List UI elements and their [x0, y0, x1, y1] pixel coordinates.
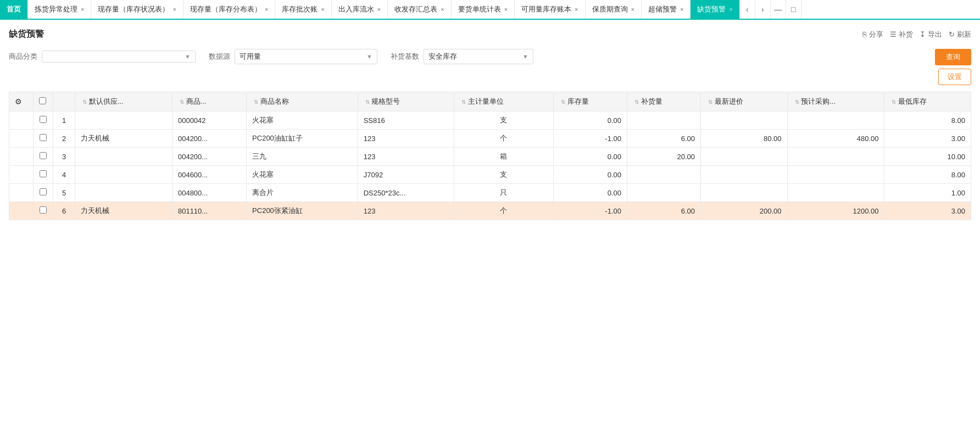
row-stock: 0.00: [553, 111, 627, 130]
restock-button[interactable]: ☰ 补货: [890, 30, 913, 40]
refresh-label: 刷新: [957, 30, 971, 40]
latest-price-sort-icon[interactable]: ⇅: [708, 99, 712, 105]
tab-maximize-btn[interactable]: □: [786, 0, 801, 19]
share-button[interactable]: ⎘ 分享: [862, 30, 883, 40]
th-product-name: ⇅ 商品名称: [247, 92, 358, 111]
category-filter-group: 商品分类 ▼: [9, 51, 196, 63]
tab-expiry-query[interactable]: 保质期查询 ×: [586, 0, 642, 19]
tab-batch-account[interactable]: 库存批次账 ×: [275, 0, 331, 19]
th-spec-label: 规格型号: [371, 97, 400, 105]
tab-exception[interactable]: 拣货异常处理 ×: [28, 0, 91, 19]
spec-sort-icon[interactable]: ⇅: [365, 99, 370, 105]
datasource-select[interactable]: 可用量 ▼: [235, 49, 377, 64]
tab-inout-flow[interactable]: 出入库流水 ×: [332, 0, 388, 19]
table-header-row: ⚙ ⇅ 默认供应... ⇅ 商品... ⇅ 商品名称: [9, 92, 971, 111]
tab-home-label: 首页: [7, 4, 21, 14]
row-spec: SS816: [358, 111, 454, 130]
tab-inventory-dist-close[interactable]: ×: [265, 6, 268, 13]
tab-receipt-summary-close[interactable]: ×: [441, 6, 444, 13]
tab-receipt-summary[interactable]: 收发存汇总表 ×: [388, 0, 451, 19]
query-button[interactable]: 查询: [935, 49, 971, 65]
tab-minimize-btn[interactable]: —: [771, 0, 786, 19]
refresh-icon: ↻: [949, 30, 955, 38]
row-checkbox[interactable]: [40, 116, 47, 123]
restock-base-label: 补货基数: [391, 52, 419, 61]
tab-order-stats-close[interactable]: ×: [504, 6, 508, 13]
restock-sort-icon[interactable]: ⇅: [634, 99, 639, 105]
row-est-purchase: [787, 166, 884, 184]
row-settings-cell: [9, 202, 34, 220]
row-checkbox[interactable]: [40, 152, 47, 159]
supplier-sort-icon[interactable]: ⇅: [82, 99, 87, 105]
row-supplier: [75, 166, 172, 184]
row-latest-price: [701, 166, 787, 184]
row-est-purchase: 1200.00: [787, 202, 884, 220]
tab-batch-account-close[interactable]: ×: [321, 6, 324, 13]
row-checkbox[interactable]: [40, 170, 47, 177]
th-min-stock: ⇅ 最低库存: [884, 92, 971, 111]
row-product-code: 004600...: [172, 166, 246, 184]
tab-expiry-query-close[interactable]: ×: [631, 6, 634, 13]
row-unit: 个: [454, 130, 554, 148]
row-restock: 20.00: [627, 148, 700, 166]
row-latest-price: [701, 184, 787, 202]
row-stock: 0.00: [553, 184, 627, 202]
tab-order-stats[interactable]: 要货单统计表 ×: [452, 0, 515, 19]
data-table: ⚙ ⇅ 默认供应... ⇅ 商品... ⇅ 商品名称: [9, 92, 971, 220]
min-stock-sort-icon[interactable]: ⇅: [892, 99, 896, 105]
datasource-label: 数据源: [209, 52, 230, 61]
row-check-cell: [34, 130, 53, 148]
filter-fields: 商品分类 ▼ 数据源 可用量 ▼ 补货基数 安全库存 ▼: [9, 49, 926, 64]
tab-shortage-label: 缺货预警: [697, 4, 726, 14]
est-purchase-sort-icon[interactable]: ⇅: [795, 99, 799, 105]
product-name-sort-icon[interactable]: ⇅: [254, 99, 258, 105]
row-checkbox[interactable]: [40, 206, 47, 214]
tab-inventory-dist[interactable]: 现存量（库存分布表） ×: [183, 0, 275, 19]
tab-inventory-status-close[interactable]: ×: [172, 6, 176, 13]
table-row: 5 004800... 离合片 DS250*23c... 只 0.00 1.00: [9, 184, 971, 202]
tab-available-ledger-close[interactable]: ×: [575, 6, 578, 13]
tab-inout-flow-close[interactable]: ×: [377, 6, 381, 13]
stock-sort-icon[interactable]: ⇅: [561, 99, 565, 105]
row-product-name: PC200张紧油缸: [247, 202, 358, 220]
export-label: 导出: [928, 30, 942, 40]
tab-home[interactable]: 首页: [0, 0, 28, 19]
export-button[interactable]: ↧ 导出: [920, 30, 942, 40]
th-restock: ⇅ 补货量: [627, 92, 700, 111]
tab-overstock[interactable]: 超储预警 ×: [642, 0, 691, 19]
datasource-filter-group: 数据源 可用量 ▼: [209, 49, 377, 64]
row-unit: 个: [454, 202, 554, 220]
table-row: 6 力天机械 801110... PC200张紧油缸 123 个 -1.00 6…: [9, 202, 971, 220]
row-num: 6: [53, 202, 75, 220]
th-product-code-label: 商品...: [186, 97, 207, 105]
th-settings: ⚙: [9, 92, 34, 111]
tab-shortage[interactable]: 缺货预警 ×: [691, 0, 739, 19]
tab-available-ledger[interactable]: 可用量库存账本 ×: [515, 0, 585, 19]
header-actions: ⎘ 分享 ☰ 补货 ↧ 导出 ↻ 刷新: [862, 30, 971, 40]
row-latest-price: [701, 111, 787, 130]
row-est-purchase: [787, 148, 884, 166]
export-icon: ↧: [920, 30, 926, 38]
tab-overstock-close[interactable]: ×: [680, 6, 683, 13]
row-checkbox[interactable]: [40, 134, 47, 141]
th-product-code: ⇅ 商品...: [172, 92, 246, 111]
unit-sort-icon[interactable]: ⇅: [461, 99, 466, 105]
th-latest-price: ⇅ 最新进价: [701, 92, 787, 111]
row-check-cell: [34, 111, 53, 130]
product-code-sort-icon[interactable]: ⇅: [180, 99, 184, 105]
settings-button[interactable]: 设置: [938, 69, 971, 85]
category-select[interactable]: ▼: [42, 51, 196, 63]
row-est-purchase: [787, 184, 884, 202]
tab-shortage-close[interactable]: ×: [729, 6, 732, 13]
table-settings-icon[interactable]: ⚙: [15, 97, 22, 106]
row-checkbox[interactable]: [40, 188, 47, 195]
tab-inventory-status[interactable]: 现存量（库存状况表） ×: [91, 0, 183, 19]
tab-prev-btn[interactable]: ‹: [740, 0, 755, 19]
tab-exception-close[interactable]: ×: [81, 6, 84, 13]
tab-next-btn[interactable]: ›: [755, 0, 771, 19]
row-unit: 支: [454, 111, 554, 130]
row-product-name: 离合片: [247, 184, 358, 202]
restock-base-select[interactable]: 安全库存 ▼: [424, 49, 533, 64]
select-all-checkbox[interactable]: [39, 97, 46, 104]
refresh-button[interactable]: ↻ 刷新: [949, 30, 971, 40]
